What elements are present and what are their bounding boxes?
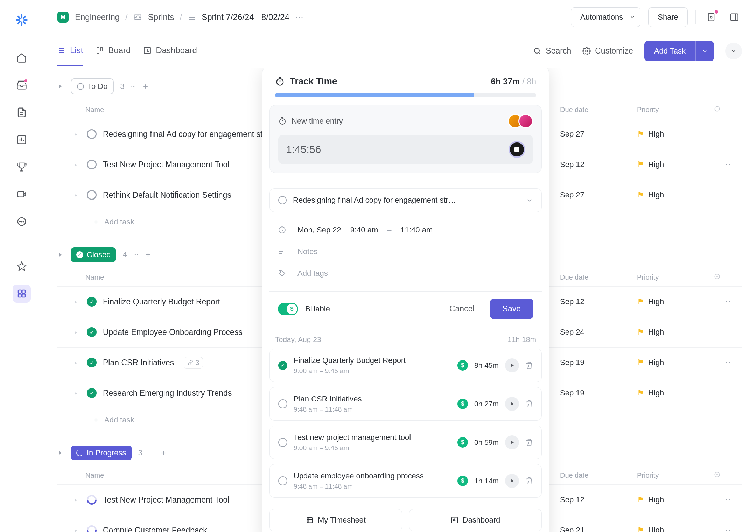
status-check-icon[interactable]: ✓ (87, 327, 97, 337)
priority[interactable]: ⚑High (637, 328, 714, 337)
share-button[interactable]: Share (648, 7, 688, 27)
breadcrumb-list[interactable]: Sprint 7/26/24 - 8/02/24 (202, 12, 289, 22)
collapse-icon[interactable] (57, 83, 64, 90)
status-ring-icon[interactable] (87, 190, 97, 200)
group-more-icon[interactable]: ⋯ (133, 252, 138, 258)
group-add-icon[interactable] (145, 251, 152, 258)
status-pill[interactable]: ✓Closed (71, 247, 116, 262)
due-date[interactable]: Sep 27 (560, 190, 637, 200)
col-add[interactable] (714, 106, 742, 114)
automations-button[interactable]: Automations (571, 7, 632, 27)
breadcrumb-more-icon[interactable]: ⋯ (295, 12, 303, 22)
col-add[interactable] (714, 471, 742, 479)
group-add-icon[interactable] (142, 83, 149, 90)
billable-toggle[interactable]: $ (278, 303, 298, 315)
time-entry[interactable]: Plan CSR Initiatives 9:48 am – 11:48 am … (270, 387, 542, 421)
delete-icon[interactable] (525, 400, 533, 408)
play-icon[interactable] (505, 358, 519, 372)
view-tab-board[interactable]: Board (96, 36, 131, 66)
workspace-badge[interactable]: M (57, 12, 69, 23)
stop-timer-button[interactable] (509, 141, 525, 158)
expand-icon[interactable]: ▸ (75, 192, 80, 198)
due-date[interactable]: Sep 19 (560, 358, 637, 367)
status-check-icon[interactable]: ✓ (87, 358, 97, 368)
row-more-icon[interactable]: ⋯ (714, 299, 742, 304)
expand-icon[interactable]: ▸ (75, 390, 80, 396)
apps-icon[interactable] (13, 285, 31, 303)
priority[interactable]: ⚑High (637, 358, 714, 367)
clips-icon[interactable] (13, 185, 31, 203)
notifications-icon[interactable] (704, 9, 719, 25)
expand-icon[interactable]: ▸ (75, 527, 80, 532)
row-more-icon[interactable]: ⋯ (714, 360, 742, 365)
priority[interactable]: ⚑High (637, 160, 714, 169)
due-date[interactable]: Sep 21 (560, 526, 637, 532)
billable-icon[interactable]: $ (457, 360, 468, 371)
row-more-icon[interactable]: ⋯ (714, 192, 742, 198)
goals-icon[interactable] (13, 158, 31, 176)
priority[interactable]: ⚑High (637, 388, 714, 398)
due-date[interactable]: Sep 19 (560, 388, 637, 398)
expand-icon[interactable]: ▸ (75, 299, 80, 304)
add-task-button[interactable]: Add Task (644, 41, 695, 61)
delete-icon[interactable] (525, 362, 533, 369)
billable-icon[interactable]: $ (457, 476, 468, 486)
due-date[interactable]: Sep 24 (560, 328, 637, 337)
breadcrumb-workspace[interactable]: Engineering (75, 12, 120, 22)
app-logo[interactable] (14, 12, 29, 28)
tags-field[interactable]: Add tags (278, 262, 533, 284)
automations-dropdown[interactable] (625, 7, 640, 27)
collapse-icon[interactable] (57, 252, 64, 258)
expand-icon[interactable]: ▸ (75, 329, 80, 335)
status-check-icon[interactable]: ✓ (87, 297, 97, 307)
status-progress-icon[interactable] (85, 493, 99, 507)
breadcrumb-folder[interactable]: Sprints (148, 12, 174, 22)
viewbar-more-icon[interactable] (725, 43, 742, 59)
time-entry[interactable]: Test new project management tool 9:00 am… (270, 426, 542, 459)
subtask-chip[interactable]: 3 (184, 357, 203, 369)
my-timesheet-button[interactable]: My Timesheet (270, 509, 402, 531)
delete-icon[interactable] (525, 477, 533, 485)
due-date[interactable]: Sep 12 (560, 160, 637, 169)
cancel-button[interactable]: Cancel (441, 299, 483, 318)
row-more-icon[interactable]: ⋯ (714, 329, 742, 335)
home-icon[interactable] (13, 49, 31, 67)
row-more-icon[interactable]: ⋯ (714, 527, 742, 532)
due-date[interactable]: Sep 12 (560, 495, 637, 504)
play-icon[interactable] (505, 474, 519, 488)
collapse-icon[interactable] (57, 450, 64, 456)
date-range-field[interactable]: Mon, Sep 22 9:40 am – 11:40 am (278, 219, 533, 241)
time-entry[interactable]: ✓ Finalize Quarterly Budget Report 9:00 … (270, 349, 542, 382)
add-task-dropdown[interactable] (695, 41, 714, 61)
row-more-icon[interactable]: ⋯ (714, 162, 742, 167)
billable-icon[interactable]: $ (457, 399, 468, 409)
due-date[interactable]: Sep 27 (560, 130, 637, 139)
status-progress-icon[interactable] (85, 523, 99, 532)
status-ring-icon[interactable] (87, 160, 97, 169)
expand-icon[interactable]: ▸ (75, 162, 80, 167)
save-button[interactable]: Save (490, 299, 533, 319)
play-icon[interactable] (505, 397, 519, 411)
due-date[interactable]: Sep 12 (560, 297, 637, 306)
expand-icon[interactable]: ▸ (75, 360, 80, 365)
view-tab-dashboard[interactable]: Dashboard (143, 36, 197, 66)
entry-avatars[interactable] (508, 114, 533, 128)
dashboards-icon[interactable] (13, 131, 31, 149)
priority[interactable]: ⚑High (637, 495, 714, 504)
status-pill[interactable]: In Progress (71, 446, 132, 460)
row-more-icon[interactable]: ⋯ (714, 131, 742, 137)
priority[interactable]: ⚑High (637, 190, 714, 200)
group-more-icon[interactable]: ⋯ (131, 84, 136, 89)
group-add-icon[interactable] (160, 449, 167, 456)
search-button[interactable]: Search (533, 46, 571, 56)
dashboard-button[interactable]: Dashboard (409, 509, 542, 531)
priority[interactable]: ⚑High (637, 130, 714, 139)
group-more-icon[interactable]: ⋯ (149, 450, 154, 456)
favorites-icon[interactable] (13, 257, 31, 275)
task-selector[interactable]: Redesigning final Ad copy for engagement… (270, 188, 542, 212)
row-more-icon[interactable]: ⋯ (714, 497, 742, 503)
play-icon[interactable] (505, 435, 519, 449)
status-check-icon[interactable]: ✓ (87, 388, 97, 398)
inbox-icon[interactable] (13, 76, 31, 94)
docs-icon[interactable] (13, 103, 31, 121)
